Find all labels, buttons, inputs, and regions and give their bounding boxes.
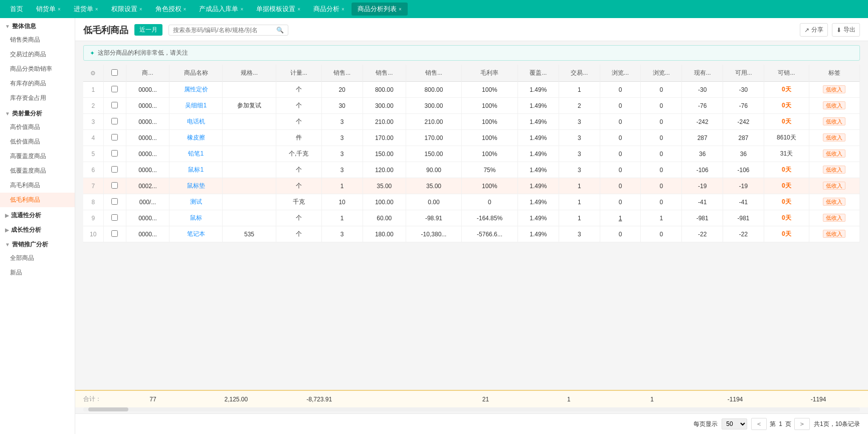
- notice-bar: ✦ 这部分商品的利润非常低，请关注: [83, 45, 860, 61]
- cell-sellable: 31天: [764, 146, 809, 162]
- sidebar-item-category-rate[interactable]: 商品分类助销率: [0, 62, 75, 76]
- col-coverage: 覆盖...: [517, 65, 559, 82]
- cell-trade: 3: [559, 130, 600, 146]
- cell-sales-amount: 35.00: [406, 178, 462, 194]
- row-checkbox[interactable]: [111, 198, 118, 205]
- nav-item-home[interactable]: 首页: [4, 3, 29, 16]
- nav-close-roles[interactable]: ×: [184, 7, 187, 12]
- cell-sales-amount: 300.00: [406, 98, 462, 114]
- cell-gross-margin: 100%: [461, 114, 517, 130]
- cell-view1[interactable]: 1: [600, 210, 641, 226]
- cell-gross-margin: -164.85%: [461, 210, 517, 226]
- nav-close-analysis[interactable]: ×: [341, 7, 344, 12]
- sidebar-group-flow[interactable]: ▶ 流通性分析: [0, 207, 75, 222]
- cell-name[interactable]: 电话机: [169, 114, 223, 130]
- search-input[interactable]: [173, 27, 273, 34]
- cell-coverage: 1.49%: [517, 146, 559, 162]
- sidebar-item-high-value[interactable]: 高价值商品: [0, 120, 75, 134]
- sidebar-item-in-stock[interactable]: 有库存的商品: [0, 76, 75, 91]
- nav-close-template[interactable]: ×: [297, 7, 300, 12]
- row-checkbox[interactable]: [111, 150, 118, 157]
- nav-item-purchase[interactable]: 进货单 ×: [68, 3, 104, 16]
- row-checkbox[interactable]: [111, 86, 118, 92]
- sidebar-item-new-products[interactable]: 新品: [0, 265, 75, 280]
- sidebar-item-traded-products[interactable]: 交易过的商品: [0, 47, 75, 62]
- export-button[interactable]: ⬇ 导出: [832, 23, 860, 37]
- sidebar-group-value[interactable]: ▼ 类射量分析: [0, 105, 75, 120]
- share-button[interactable]: ↗ 分享: [800, 23, 828, 37]
- sidebar-item-stock-funds[interactable]: 库存资金占用: [0, 91, 75, 105]
- search-icon[interactable]: 🔍: [276, 27, 284, 34]
- select-all-checkbox[interactable]: [111, 69, 118, 76]
- cell-sellable: 0天: [764, 194, 809, 210]
- nav-item-product-entry[interactable]: 产成品入库单 ×: [193, 3, 249, 16]
- cell-name[interactable]: 橡皮擦: [169, 130, 223, 146]
- col-settings[interactable]: ⚙: [83, 65, 103, 82]
- cell-trade: 3: [559, 226, 600, 242]
- per-page-select[interactable]: 50 20 100: [722, 418, 747, 429]
- collapse-value-icon: ▼: [5, 111, 10, 116]
- nav-close-permissions[interactable]: ×: [139, 7, 142, 12]
- cell-name[interactable]: 铅笔1: [169, 146, 223, 162]
- cell-name[interactable]: 测试: [169, 194, 223, 210]
- cell-index: 3: [83, 114, 103, 130]
- cell-unit: 个: [276, 98, 321, 114]
- cell-unit: 件: [276, 130, 321, 146]
- nav-item-analysis-list[interactable]: 商品分析列表 ×: [352, 3, 408, 16]
- cell-gross-margin: 0: [461, 194, 517, 210]
- sidebar-item-low-margin[interactable]: 低毛利商品: [0, 193, 75, 207]
- filter-button[interactable]: 近一月: [134, 24, 162, 36]
- nav-item-template[interactable]: 单据模板设置 ×: [250, 3, 306, 16]
- nav-item-roles[interactable]: 角色授权 ×: [149, 3, 193, 16]
- cell-name[interactable]: 鼠标垫: [169, 178, 223, 194]
- cell-sellable: 0天: [764, 178, 809, 194]
- cell-name[interactable]: 鼠标: [169, 210, 223, 226]
- prev-page-button[interactable]: ＜: [751, 418, 767, 430]
- sidebar-item-low-coverage[interactable]: 低覆盖度商品: [0, 164, 75, 178]
- row-checkbox[interactable]: [111, 134, 118, 140]
- row-checkbox[interactable]: [111, 230, 118, 237]
- nav-close-analysis-list[interactable]: ×: [399, 7, 402, 12]
- cell-name[interactable]: 笔记本: [169, 226, 223, 242]
- nav-close-sales[interactable]: ×: [58, 7, 61, 12]
- row-checkbox[interactable]: [111, 102, 118, 108]
- sidebar-item-sales-products[interactable]: 销售类商品: [0, 33, 75, 47]
- footer-sales-amount: -8,723.91: [278, 396, 361, 403]
- sidebar-item-high-coverage[interactable]: 高覆盖度商品: [0, 149, 75, 164]
- footer-coverage: [361, 396, 444, 403]
- sidebar-item-all-products[interactable]: 全部商品: [0, 251, 75, 265]
- row-checkbox[interactable]: [111, 118, 118, 124]
- page-control: ＜ 第 1 页 ＞: [751, 418, 810, 430]
- col-sellable: 可销...: [764, 65, 809, 82]
- nav-item-sales[interactable]: 销货单 ×: [30, 3, 67, 16]
- row-checkbox[interactable]: [111, 214, 118, 221]
- row-checkbox[interactable]: [111, 182, 118, 189]
- sidebar-item-high-margin[interactable]: 高毛利商品: [0, 178, 75, 193]
- cell-name[interactable]: 属性定价: [169, 82, 223, 98]
- cell-name[interactable]: 吴细细1: [169, 98, 223, 114]
- nav-close-purchase[interactable]: ×: [95, 7, 98, 12]
- sidebar-group-overall[interactable]: ▼ 整体信息: [0, 18, 75, 33]
- table-row: 2 0000... 吴细细1 参加复试 个 30 300.00 300.00 1…: [83, 98, 860, 114]
- page-title: 低毛利商品: [83, 24, 128, 36]
- cell-gross-margin: 100%: [461, 130, 517, 146]
- cell-coverage: 1.49%: [517, 162, 559, 178]
- cell-coverage: 1.49%: [517, 114, 559, 130]
- next-page-button[interactable]: ＞: [794, 418, 810, 430]
- sidebar-group-marketing[interactable]: ▼ 营销推广分析: [0, 236, 75, 251]
- cell-available: -41: [723, 194, 764, 210]
- cell-sales-qty: 3: [321, 114, 363, 130]
- cell-name[interactable]: 鼠标1: [169, 162, 223, 178]
- sidebar-item-low-value[interactable]: 低价值商品: [0, 134, 75, 149]
- cell-current: -76: [682, 98, 723, 114]
- nav-item-permissions[interactable]: 权限设置 ×: [105, 3, 148, 16]
- cell-gross-margin: 100%: [461, 146, 517, 162]
- row-checkbox[interactable]: [111, 166, 118, 173]
- cell-coverage: 1.49%: [517, 98, 559, 114]
- scrollbar-thumb[interactable]: [88, 407, 128, 411]
- nav-close-product-entry[interactable]: ×: [240, 7, 243, 12]
- nav-item-analysis[interactable]: 商品分析 ×: [307, 3, 351, 16]
- sidebar-group-growth[interactable]: ▶ 成长性分析: [0, 222, 75, 236]
- scrollbar-area[interactable]: [83, 407, 860, 411]
- cell-view2: 0: [641, 162, 682, 178]
